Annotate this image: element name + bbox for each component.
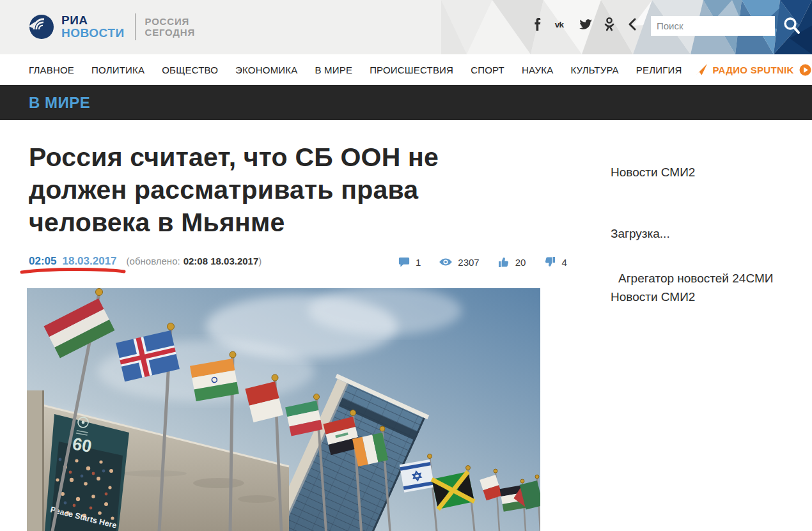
views-count: 2307: [458, 257, 479, 268]
updated-suffix: ): [258, 256, 262, 266]
dislikes-count: 4: [561, 257, 566, 268]
title-line-2: должен рассматривать права: [29, 174, 553, 206]
facebook-icon: [532, 17, 545, 31]
nav-item-obschestvo[interactable]: ОБЩЕСТВО: [162, 65, 218, 75]
nav-item-kultura[interactable]: КУЛЬТУРА: [570, 65, 618, 75]
agency-rossiya: РОССИЯ: [145, 16, 196, 27]
likes-stat[interactable]: 20: [497, 256, 526, 268]
brand-ria: РИА: [61, 14, 125, 27]
dislikes-stat[interactable]: 4: [543, 256, 566, 268]
odnoklassniki-icon: [602, 17, 616, 32]
sidebar-smi2-link[interactable]: Новости СМИ2: [611, 290, 695, 304]
section-bar: В МИРЕ: [0, 85, 812, 120]
article-photo: 60 Peace Starts Here: [27, 288, 540, 531]
social-link-twitter[interactable]: [578, 17, 593, 32]
banner-60-text: 60: [71, 434, 93, 456]
nav-item-proisshestviya[interactable]: ПРОИСШЕСТВИЯ: [370, 65, 453, 75]
published-date[interactable]: 18.03.2017: [62, 255, 116, 268]
agency-segodnya: СЕГОДНЯ: [145, 27, 196, 38]
thumb-up-icon: [497, 256, 510, 268]
sidebar-loading-text: Загрузка...: [611, 227, 670, 241]
radio-sputnik-link[interactable]: РАДИО SPUTNIK: [695, 63, 811, 76]
red-annotation-underline: [19, 266, 127, 277]
eye-icon: [439, 256, 453, 268]
comments-stat[interactable]: 1: [398, 256, 421, 268]
vk-icon: vk: [554, 17, 570, 31]
nav-item-sport[interactable]: СПОРТ: [471, 65, 504, 75]
nav-item-religiya[interactable]: РЕЛИГИЯ: [636, 65, 682, 75]
updated-value: 02:08 18.03.2017: [183, 256, 259, 266]
social-collapse-button[interactable]: [625, 17, 641, 32]
nav-item-politika[interactable]: ПОЛИТИКА: [91, 65, 144, 75]
views-stat: 2307: [439, 256, 479, 268]
title-line-1: Россия считает, что СБ ООН не: [29, 141, 553, 174]
search-icon: [782, 16, 801, 35]
nav-item-ekonomika[interactable]: ЭКОНОМИКА: [235, 65, 297, 75]
social-link-vk[interactable]: vk: [554, 17, 570, 32]
site-header: РИА НОВОСТИ РОССИЯ СЕГОДНЯ vk: [0, 0, 812, 54]
ria-logo[interactable]: РИА НОВОСТИ РОССИЯ СЕГОДНЯ: [28, 13, 195, 40]
nav-item-glavnoe[interactable]: ГЛАВНОЕ: [29, 65, 74, 75]
collapse-icon: [627, 17, 639, 31]
social-link-odnoklassniki[interactable]: [602, 17, 617, 32]
main-nav: ГЛАВНОЕ ПОЛИТИКА ОБЩЕСТВО ЭКОНОМИКА В МИ…: [0, 54, 812, 85]
article-stats: 1 2307 20 4: [398, 256, 567, 268]
thumb-down-icon: [543, 256, 556, 268]
nav-item-v-mire[interactable]: В МИРЕ: [315, 65, 352, 75]
play-icon: [799, 64, 811, 76]
sidebar-24smi-link[interactable]: Агрегатор новостей 24СМИ: [618, 272, 773, 286]
un-flags-illustration: 60 Peace Starts Here: [27, 288, 540, 531]
flag-india: [190, 358, 239, 401]
ria-globe-icon: [28, 13, 55, 40]
brand-novosti: НОВОСТИ: [61, 27, 125, 40]
article-meta: 02:05 18.03.2017 (обновлено: 02:08 18.03…: [29, 255, 262, 268]
social-link-facebook[interactable]: [531, 17, 546, 32]
published-time[interactable]: 02:05: [29, 255, 56, 268]
social-links: vk: [531, 17, 641, 32]
section-label[interactable]: В МИРЕ: [29, 85, 90, 120]
search-input[interactable]: [651, 16, 775, 36]
article-title: Россия считает, что СБ ООН не должен рас…: [29, 141, 553, 239]
logo-divider: [135, 13, 136, 40]
title-line-3: человека в Мьянме: [29, 206, 553, 239]
comment-icon: [398, 256, 410, 268]
likes-count: 20: [515, 257, 526, 268]
sputnik-sail-icon: [695, 63, 708, 76]
flag-israel: [400, 459, 435, 493]
twitter-icon: [579, 17, 593, 31]
comments-count: 1: [416, 257, 421, 268]
svg-text:vk: vk: [555, 20, 565, 29]
nav-item-nauka[interactable]: НАУКА: [522, 65, 553, 75]
updated-prefix: (обновлено:: [127, 256, 180, 266]
search-button[interactable]: [779, 14, 804, 38]
sidebar-smi2-title[interactable]: Новости СМИ2: [611, 165, 695, 180]
radio-sputnik-label: РАДИО SPUTNIK: [713, 65, 794, 75]
